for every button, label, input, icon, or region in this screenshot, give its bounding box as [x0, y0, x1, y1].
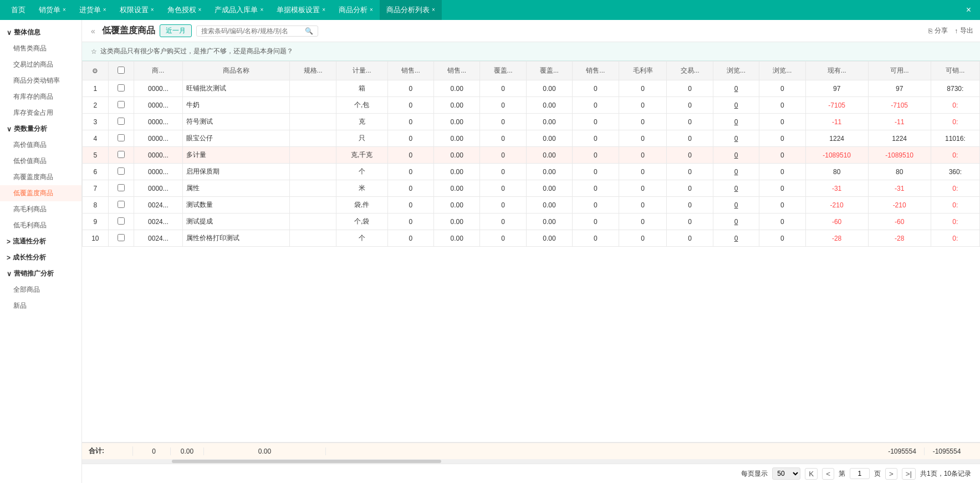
nav-purchase[interactable]: 进货单 ×	[73, 0, 113, 20]
sidebar-item-low-value[interactable]: 低价值商品	[0, 153, 81, 169]
sidebar-collapse-button[interactable]: «	[89, 26, 98, 37]
scrollbar-thumb[interactable]	[172, 460, 441, 463]
col-gross-margin[interactable]: 毛利率	[619, 62, 667, 80]
table-row[interactable]: 10 0024... 属性价格打印测试 个 0 0.00 0 0.00 0 0 …	[83, 230, 980, 247]
col-coverage1[interactable]: 覆盖...	[480, 62, 526, 80]
sidebar-item-turnover-rate[interactable]: 商品分类动销率	[0, 73, 81, 89]
search-input[interactable]	[201, 27, 303, 35]
search-icon[interactable]: 🔍	[305, 27, 313, 35]
row-browse1[interactable]: 0	[713, 147, 759, 164]
table-row[interactable]: 1 0000... 旺铺批次测试 箱 0 0.00 0 0.00 0 0 0 0…	[83, 80, 980, 97]
col-name[interactable]: 商品名称	[183, 62, 290, 80]
row-checkbox[interactable]	[108, 230, 134, 247]
window-close-button[interactable]: ×	[962, 3, 976, 17]
sidebar-group-marketing-analysis[interactable]: ∨ 营销推广分析	[0, 266, 81, 282]
row-name[interactable]: 符号测试	[183, 114, 290, 130]
table-row[interactable]: 3 0000... 符号测试 克 0 0.00 0 0.00 0 0 0 0 0…	[83, 114, 980, 130]
page-input[interactable]	[850, 468, 870, 479]
row-checkbox[interactable]	[108, 213, 134, 230]
nav-permissions[interactable]: 权限设置 ×	[113, 0, 161, 20]
row-browse1[interactable]: 0	[713, 97, 759, 114]
row-checkbox[interactable]	[108, 114, 134, 130]
next-page-button[interactable]: >	[885, 468, 897, 480]
table-row[interactable]: 9 0024... 测试提成 个,袋 0 0.00 0 0.00 0 0 0 0…	[83, 213, 980, 230]
sidebar-item-low-coverage[interactable]: 低覆盖度商品	[0, 185, 81, 201]
table-row[interactable]: 6 0000... 启用保质期 个 0 0.00 0 0.00 0 0 0 0 …	[83, 164, 980, 180]
sidebar-item-in-stock[interactable]: 有库存的商品	[0, 89, 81, 105]
nav-roles[interactable]: 角色授权 ×	[161, 0, 208, 20]
nav-goods-analysis-list[interactable]: 商品分析列表 ×	[380, 0, 442, 20]
row-name[interactable]: 属性	[183, 180, 290, 197]
col-sales-amt[interactable]: 销售...	[433, 62, 479, 80]
sidebar-item-capital-occupation[interactable]: 库存资金占用	[0, 105, 81, 121]
row-browse1[interactable]: 0	[713, 213, 759, 230]
sidebar-item-new-goods[interactable]: 新品	[0, 298, 81, 314]
col-settings[interactable]: ⚙	[83, 62, 109, 80]
horizontal-scrollbar[interactable]	[82, 459, 980, 464]
col-sales-qty[interactable]: 销售...	[387, 62, 433, 80]
table-row[interactable]: 5 0000... 多计量 克,千克 0 0.00 0 0.00 0 0 0 0…	[83, 147, 980, 164]
col-unit[interactable]: 计量...	[336, 62, 387, 80]
row-checkbox[interactable]	[108, 164, 134, 180]
data-table-wrapper[interactable]: ⚙ 商... 商品名称 规格... 计量... 销售... 销售... 覆盖..…	[82, 61, 980, 442]
export-button[interactable]: ↑ 导出	[955, 26, 973, 35]
row-browse1[interactable]: 0	[713, 130, 759, 147]
table-row[interactable]: 4 0000... 眼宝公仔 只 0 0.00 0 0.00 0 0 0 0 0…	[83, 130, 980, 147]
sidebar-item-sales-goods[interactable]: 销售类商品	[0, 40, 81, 57]
col-available[interactable]: 可用...	[868, 62, 931, 80]
col-coverage2[interactable]: 覆盖...	[526, 62, 572, 80]
share-button[interactable]: ⎘ 分享	[928, 26, 948, 35]
nav-goods-analysis[interactable]: 商品分析 ×	[332, 0, 380, 20]
sidebar-item-high-profit[interactable]: 高毛利商品	[0, 201, 81, 217]
col-current-stock[interactable]: 现有...	[805, 62, 868, 80]
row-browse1[interactable]: 0	[713, 180, 759, 197]
row-browse1[interactable]: 0	[713, 80, 759, 97]
col-code[interactable]: 商...	[134, 62, 182, 80]
first-page-button[interactable]: K	[805, 468, 818, 480]
col-trade[interactable]: 交易...	[667, 62, 713, 80]
nav-home[interactable]: 首页	[4, 0, 32, 20]
row-name[interactable]: 眼宝公仔	[183, 130, 290, 147]
row-checkbox[interactable]	[108, 130, 134, 147]
col-browse1[interactable]: 浏览...	[713, 62, 759, 80]
row-name[interactable]: 属性价格打印测试	[183, 230, 290, 247]
select-all-checkbox[interactable]	[118, 67, 125, 74]
row-browse1[interactable]: 0	[713, 164, 759, 180]
nav-template-settings[interactable]: 单据模板设置 ×	[270, 0, 332, 20]
sidebar-group-quantity-analysis[interactable]: ∨ 类数量分析	[0, 121, 81, 137]
row-checkbox[interactable]	[108, 147, 134, 164]
col-sellable[interactable]: 可销...	[931, 62, 979, 80]
col-sales-count[interactable]: 销售...	[573, 62, 619, 80]
row-name[interactable]: 旺铺批次测试	[183, 80, 290, 97]
sidebar-item-low-profit[interactable]: 低毛利商品	[0, 217, 81, 233]
sidebar-item-high-coverage[interactable]: 高覆盖度商品	[0, 169, 81, 185]
table-row[interactable]: 8 0024... 测试数量 袋,件 0 0.00 0 0.00 0 0 0 0…	[83, 197, 980, 213]
row-checkbox[interactable]	[108, 97, 134, 114]
row-browse1[interactable]: 0	[713, 114, 759, 130]
row-browse1[interactable]: 0	[713, 230, 759, 247]
row-name[interactable]: 测试数量	[183, 197, 290, 213]
sidebar-group-growth-analysis[interactable]: > 成长性分析	[0, 250, 81, 266]
row-name[interactable]: 测试提成	[183, 213, 290, 230]
table-row[interactable]: 2 0000... 牛奶 个,包 0 0.00 0 0.00 0 0 0 0 0…	[83, 97, 980, 114]
row-name[interactable]: 多计量	[183, 147, 290, 164]
row-checkbox[interactable]	[108, 197, 134, 213]
nav-sales[interactable]: 销货单 ×	[32, 0, 73, 20]
sidebar-item-high-value[interactable]: 高价值商品	[0, 137, 81, 153]
nav-product-storage[interactable]: 产成品入库单 ×	[208, 0, 270, 20]
prev-page-button[interactable]: <	[822, 468, 834, 480]
table-row[interactable]: 7 0000... 属性 米 0 0.00 0 0.00 0 0 0 0 0 -…	[83, 180, 980, 197]
col-browse2[interactable]: 浏览...	[759, 62, 805, 80]
row-name[interactable]: 启用保质期	[183, 164, 290, 180]
per-page-select[interactable]: 50 20 100	[772, 467, 800, 480]
sidebar-group-overall[interactable]: ∨ 整体信息	[0, 24, 81, 40]
row-checkbox[interactable]	[108, 80, 134, 97]
filter-period-button[interactable]: 近一月	[160, 24, 192, 37]
row-checkbox[interactable]	[108, 180, 134, 197]
last-page-button[interactable]: >|	[902, 468, 916, 480]
col-checkbox[interactable]	[108, 62, 134, 80]
row-name[interactable]: 牛奶	[183, 97, 290, 114]
col-spec[interactable]: 规格...	[290, 62, 336, 80]
sidebar-item-all-goods[interactable]: 全部商品	[0, 282, 81, 298]
sidebar-group-flow-analysis[interactable]: > 流通性分析	[0, 233, 81, 250]
